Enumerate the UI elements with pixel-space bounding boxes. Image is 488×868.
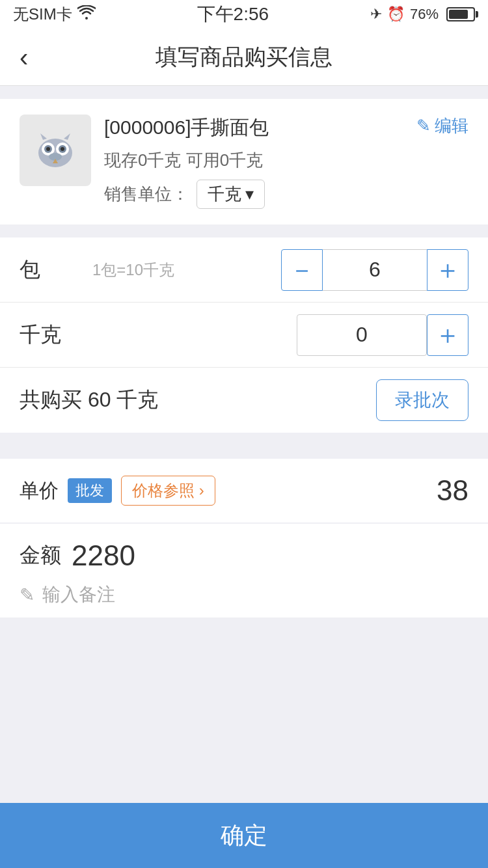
package-minus-button[interactable]: － [281, 249, 323, 291]
svg-point-6 [61, 147, 64, 151]
product-unit-row: 销售单位： 千克 ▾ [104, 180, 468, 209]
confirm-bar[interactable]: 确定 [0, 803, 488, 868]
product-card: [0000006]手撕面包 现存0千克 可用0千克 销售单位： 千克 ▾ ✎ 编… [0, 99, 488, 224]
battery-icon [446, 7, 475, 21]
amount-row: 金额 2280 [20, 539, 468, 572]
package-plus-button[interactable]: ＋ [427, 249, 468, 291]
price-ref-button[interactable]: 价格参照 › [121, 476, 215, 506]
kg-row: 千克 ＋ [0, 303, 488, 368]
svg-marker-9 [40, 133, 47, 140]
remark-placeholder: 输入备注 [42, 582, 115, 607]
product-info: [0000006]手撕面包 现存0千克 可用0千克 销售单位： 千克 ▾ [104, 115, 468, 209]
pencil-icon: ✎ [20, 584, 34, 606]
kg-label: 千克 [20, 321, 85, 349]
package-row: 包 1包=10千克 － ＋ [0, 237, 488, 303]
package-label: 包 [20, 256, 85, 284]
back-button[interactable]: ‹ [20, 44, 28, 70]
input-section: 包 1包=10千克 － ＋ 千克 ＋ [0, 237, 488, 368]
amount-section: 金额 2280 ✎ 输入备注 [0, 524, 488, 617]
status-right: ✈ ⏰ 76% [370, 6, 475, 23]
remark-row[interactable]: ✎ 输入备注 [20, 582, 468, 607]
batch-button[interactable]: 录批次 [376, 379, 468, 421]
time-label: 下午2:56 [197, 2, 269, 27]
package-hint: 1包=10千克 [92, 260, 281, 280]
unit-select[interactable]: 千克 ▾ [197, 180, 265, 209]
carrier-label: 无SIM卡 [13, 4, 72, 25]
status-left: 无SIM卡 [13, 4, 96, 25]
unit-label: 销售单位： [104, 183, 189, 206]
package-qty-control: － ＋ [281, 249, 468, 291]
price-label: 单价 [20, 478, 59, 504]
price-row: 单价 批发 价格参照 › 38 [20, 474, 468, 507]
total-text: 共购买 60 千克 [20, 386, 158, 414]
location-icon: ✈ [370, 6, 382, 23]
confirm-label: 确定 [221, 820, 267, 852]
kg-plus-button[interactable]: ＋ [427, 314, 468, 356]
amount-label: 金额 [20, 541, 61, 570]
alarm-icon: ⏰ [387, 6, 405, 23]
svg-marker-10 [64, 133, 70, 140]
wifi-icon [77, 5, 96, 23]
total-row: 共购买 60 千克 录批次 [0, 368, 488, 433]
product-thumbnail [20, 115, 91, 186]
kg-qty-input[interactable] [297, 314, 427, 356]
price-section: 单价 批发 价格参照 › 38 [0, 459, 488, 522]
package-qty-input[interactable] [323, 249, 427, 291]
battery-percent: 76% [410, 6, 439, 23]
amount-value: 2280 [72, 539, 135, 572]
bottom-space [0, 617, 488, 761]
svg-point-5 [46, 147, 50, 151]
status-bar: 无SIM卡 下午2:56 ✈ ⏰ 76% [0, 0, 488, 29]
product-stock: 现存0千克 可用0千克 [104, 149, 468, 172]
product-name: [0000006]手撕面包 [104, 115, 468, 141]
price-tag: 批发 [68, 478, 112, 503]
edit-icon: ✎ [416, 116, 431, 136]
page-title: 填写商品购买信息 [156, 42, 332, 72]
chevron-down-icon: ▾ [245, 184, 254, 204]
nav-bar: ‹ 填写商品购买信息 [0, 29, 488, 86]
divider-2 [0, 433, 488, 446]
price-value: 38 [437, 474, 468, 507]
edit-button[interactable]: ✎ 编辑 [416, 115, 468, 137]
divider-1 [0, 224, 488, 237]
